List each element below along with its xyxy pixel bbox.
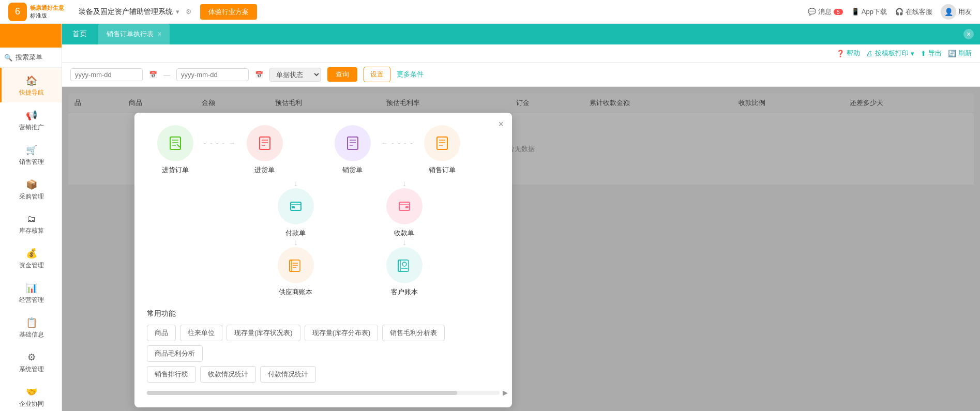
message-badge: 5	[834, 9, 843, 15]
enterprise-icon: 🤝	[26, 386, 37, 398]
print-btn[interactable]: 🖨 按模板打印 ▾	[866, 49, 914, 58]
receipt-bill-label: 收款单	[394, 229, 414, 238]
message-icon: 💬	[808, 8, 816, 16]
system-title: 装备及固定资产辅助管理系统	[79, 7, 173, 17]
user-menu[interactable]: 👤 用友	[941, 4, 972, 20]
func-btn-stock-dist[interactable]: 现存量(库存分布表)	[305, 325, 379, 341]
search-icon: 🔍	[4, 54, 12, 62]
modal-close-btn[interactable]: ×	[498, 119, 504, 130]
arrow-payment-supplier: ↓	[294, 238, 298, 247]
calendar-icon[interactable]: 📅	[149, 71, 157, 79]
help-btn[interactable]: ❓ 帮助	[836, 49, 860, 58]
sidebar-item-system[interactable]: ⚙ 系统管理	[0, 344, 62, 379]
calendar-end-icon[interactable]: 📅	[255, 71, 263, 79]
settings-icon[interactable]: ⚙	[186, 8, 192, 16]
func-btn-payment-stats[interactable]: 付款情况统计	[260, 366, 316, 383]
sales-bill-icon	[335, 125, 371, 161]
customer-ledger-icon	[386, 247, 423, 283]
func-btn-sales-margin[interactable]: 销售毛利分析表	[382, 325, 445, 341]
arrow-sb-so: ← - - - -	[381, 139, 414, 161]
func-btn-receipt-stats[interactable]: 收款情况统计	[200, 366, 256, 383]
date-end-input[interactable]	[176, 68, 249, 81]
filter-bar: 📅 — 📅 单据状态 查询 设置 更多条件	[62, 63, 980, 87]
sidebar-item-inventory[interactable]: 🗂 库存核算	[0, 206, 62, 240]
experience-btn[interactable]: 体验行业方案	[200, 4, 257, 20]
customer-ledger-node: 客户账本	[386, 247, 423, 297]
func-btn-stock-status[interactable]: 现存量(库存状况表)	[227, 325, 300, 341]
supplier-ledger-node: 供应商账本	[278, 247, 314, 297]
marketing-icon: 📢	[26, 110, 37, 121]
print-icon: 🖨	[866, 50, 873, 57]
app-container: 6 畅康通好生意 标准版 装备及固定资产辅助管理系统 ▾ ⚙ 体验行业方案 💬 …	[0, 0, 980, 411]
sidebar-item-marketing[interactable]: 📢 营销推广	[0, 102, 62, 137]
svg-rect-20	[292, 260, 300, 271]
svg-rect-12	[437, 137, 447, 149]
sidebar-item-operations[interactable]: 📊 经营管理	[0, 275, 62, 310]
logo-text: 畅康通好生意 标准版	[30, 4, 64, 19]
tab-close-all-btn[interactable]: ×	[963, 29, 974, 39]
sales-order-node: 销售订单	[424, 125, 460, 175]
payment-bill-label: 付款单	[285, 229, 306, 238]
tab-home[interactable]: 首页	[62, 24, 97, 44]
sidebar-item-enterprise[interactable]: 🤝 企业协同	[0, 379, 62, 411]
date-input[interactable]	[70, 68, 143, 81]
top-bar-middle: 装备及固定资产辅助管理系统 ▾ ⚙ 体验行业方案	[70, 4, 808, 20]
customer-ledger-label: 客户账本	[391, 287, 418, 297]
phone-icon: 📱	[851, 8, 860, 16]
supplier-ledger-icon	[278, 247, 314, 283]
common-functions-title: 常用功能	[147, 309, 500, 318]
purchase-order-node: 进货订单	[157, 125, 193, 175]
func-btn-sales-rank[interactable]: 销售排行榜	[147, 366, 196, 383]
finance-icon: 💰	[26, 248, 37, 259]
svg-rect-18	[292, 206, 295, 208]
func-btn-product[interactable]: 商品	[147, 325, 176, 341]
top-bar: 6 畅康通好生意 标准版 装备及固定资产辅助管理系统 ▾ ⚙ 体验行业方案 💬 …	[0, 0, 980, 24]
refresh-icon: 🔄	[948, 50, 956, 57]
purchase-bill-label: 进货单	[254, 165, 275, 175]
sidebar-item-purchase[interactable]: 📦 采购管理	[0, 172, 62, 206]
purchase-order-icon	[157, 125, 193, 161]
help-icon: ❓	[836, 50, 845, 57]
purchase-bill-node: 进货单	[247, 125, 283, 175]
arrow-pb-payment: ↓	[294, 179, 298, 188]
content-header: ❓ 帮助 🖨 按模板打印 ▾ ⬆ 导出 🔄	[62, 44, 980, 63]
search-btn[interactable]: 查询	[327, 67, 357, 82]
message-btn[interactable]: 💬 消息 5	[808, 7, 843, 17]
avatar: 👤	[941, 4, 956, 20]
app-download-btn[interactable]: 📱 App下载	[851, 7, 887, 17]
func-btn-product-margin[interactable]: 商品毛利分析	[147, 345, 203, 362]
payment-bill-node: 付款单	[278, 188, 314, 238]
sidebar-item-sales[interactable]: 🛒 销售管理	[0, 137, 62, 172]
status-select[interactable]: 单据状态	[269, 68, 321, 82]
purchase-bill-icon	[247, 125, 283, 161]
refresh-btn[interactable]: 🔄 刷新	[948, 49, 972, 58]
sidebar-search[interactable]: 🔍 搜索菜单	[0, 48, 62, 68]
sidebar-logo-area	[0, 24, 62, 48]
receipt-bill-icon	[386, 188, 423, 224]
receipt-bill-node: 收款单	[386, 188, 423, 238]
sales-order-label: 销售订单	[429, 165, 456, 175]
modal-scrollbar[interactable]: ▶	[147, 391, 500, 395]
svg-rect-8	[348, 137, 358, 149]
modal-scrollbar-arrow[interactable]: ▶	[503, 389, 508, 397]
header-actions: ❓ 帮助 🖨 按模板打印 ▾ ⬆ 导出 🔄	[836, 49, 972, 58]
tab-close-btn[interactable]: ×	[158, 31, 161, 38]
func-btn-counterpart[interactable]: 往来单位	[180, 325, 222, 341]
arrow-po-pb: - - - - →	[204, 139, 236, 161]
sidebar-item-basic[interactable]: 📋 基础信息	[0, 310, 62, 344]
set-btn[interactable]: 设置	[364, 67, 390, 82]
sidebar-item-quick-nav[interactable]: 🏠 快捷导航	[0, 68, 62, 102]
svg-rect-4	[260, 137, 270, 149]
sidebar-item-finance[interactable]: 💰 资金管理	[0, 240, 62, 275]
arrow-sb-receipt: ↓	[402, 179, 406, 188]
export-btn[interactable]: ⬆ 导出	[921, 49, 942, 58]
func-buttons: 商品 往来单位 现存量(库存状况表) 现存量(库存分布表) 销售毛利分析表 商品…	[147, 325, 500, 362]
headset-icon: 🎧	[895, 8, 903, 16]
tab-bar: 首页 销售订单执行表 × ×	[62, 24, 980, 44]
more-conditions[interactable]: 更多条件	[397, 70, 424, 79]
modal-overlay[interactable]: ×	[62, 87, 980, 411]
sales-icon: 🛒	[26, 144, 37, 156]
tab-sales-order[interactable]: 销售订单执行表 ×	[98, 24, 170, 44]
logo-icon: 6	[8, 3, 27, 21]
online-service-btn[interactable]: 🎧 在线客服	[895, 7, 932, 17]
